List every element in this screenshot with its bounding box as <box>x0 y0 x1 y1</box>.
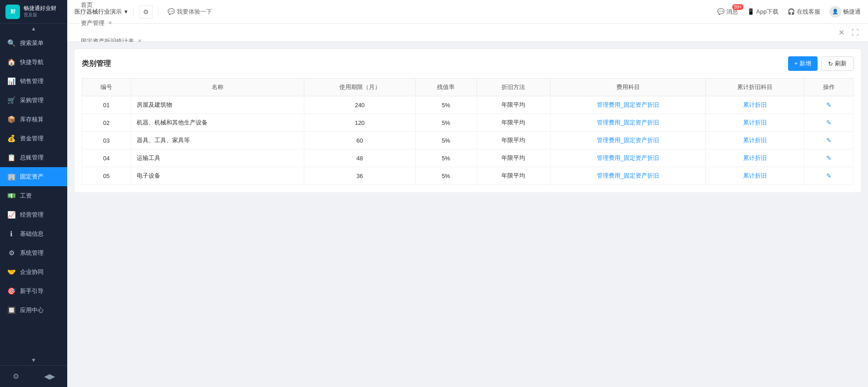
close-tab-button[interactable]: ✕ <box>837 27 846 38</box>
logo-area: 财 畅捷通好业财 普及版 <box>0 0 67 24</box>
edit-icon-0[interactable]: ✎ <box>826 101 832 109</box>
sidebar-item-label-funds: 资金管理 <box>20 134 44 143</box>
table-body: 01 房屋及建筑物 240 5% 年限平均 管理费用_固定资产折旧 累计折旧 ✎… <box>82 96 853 185</box>
tab-1[interactable]: 资产管理✕ <box>74 15 148 33</box>
sidebar-item-label-app-center: 应用中心 <box>20 306 44 314</box>
messages-icon: 💬 <box>717 8 724 15</box>
cell-action-1[interactable]: ✎ <box>804 114 853 132</box>
table-row: 02 机器、机械和其他生产设备 120 5% 年限平均 管理费用_固定资产折旧 … <box>82 114 853 132</box>
enterprise-icon: 🤝 <box>7 268 15 276</box>
edit-icon-1[interactable]: ✎ <box>826 119 832 126</box>
sidebar-item-inventory[interactable]: 📦 库存核算 <box>0 110 67 129</box>
maximize-tab-button[interactable]: ⛶ <box>850 28 861 38</box>
topbar-divider-2 <box>158 7 159 16</box>
sidebar-item-label-guide: 新手引导 <box>20 287 44 295</box>
scroll-down-button[interactable]: ▼ <box>0 355 67 365</box>
sidebar-item-label-operations: 经营管理 <box>20 211 44 219</box>
tab-label-0: 首页 <box>81 1 93 9</box>
sidebar-item-fixed-assets[interactable]: 🏢 固定资产 <box>0 167 67 186</box>
table-row: 05 电子设备 36 5% 年限平均 管理费用_固定资产折旧 累计折旧 ✎ <box>82 167 853 185</box>
nav-items-container: 🔍 搜索菜单 🏠 快捷导航 📊 销售管理 🛒 采购管理 📦 库存核算 💰 资金管… <box>0 34 67 320</box>
sidebar-item-quick-nav[interactable]: 🏠 快捷导航 <box>0 53 67 72</box>
cell-name-3: 运输工具 <box>131 149 304 167</box>
sidebar-item-basic-info[interactable]: ℹ 基础信息 <box>0 224 67 243</box>
sidebar-item-ledger[interactable]: 📋 总账管理 <box>0 148 67 167</box>
cell-residual-4: 5% <box>415 167 476 185</box>
sidebar-item-label-salary: 工资 <box>20 192 32 200</box>
fixed-assets-icon: 🏢 <box>7 173 15 181</box>
customer-service-item[interactable]: 🎧 在线客服 <box>788 8 820 16</box>
cell-method-1: 年限平均 <box>476 114 550 132</box>
app-download-item[interactable]: 📱 App下载 <box>747 8 779 16</box>
cell-expense-3: 管理费用_固定资产折旧 <box>551 149 706 167</box>
cell-action-3[interactable]: ✎ <box>804 149 853 167</box>
sidebar-item-search[interactable]: 🔍 搜索菜单 <box>0 34 67 53</box>
cell-accumulated-1: 累计折旧 <box>706 114 804 132</box>
cell-period-1: 120 <box>304 114 416 132</box>
experience-link[interactable]: 💬 我要体验一下 <box>168 8 212 16</box>
content-header: 类别管理 + 新增 ↻ 刷新 <box>82 56 853 71</box>
user-item[interactable]: 👤 畅捷通 <box>829 6 861 18</box>
sidebar-item-label-inventory: 库存核算 <box>20 115 44 124</box>
app-download-icon: 📱 <box>747 8 754 15</box>
sidebar-item-sales[interactable]: 📊 销售管理 <box>0 72 67 91</box>
search-icon: 🔍 <box>7 39 15 47</box>
edit-icon-3[interactable]: ✎ <box>826 154 832 162</box>
edit-icon-2[interactable]: ✎ <box>826 137 832 144</box>
new-button[interactable]: + 新增 <box>788 56 818 71</box>
inventory-icon: 📦 <box>7 115 15 124</box>
cell-accumulated-2: 累计折旧 <box>706 132 804 149</box>
refresh-label: 刷新 <box>835 60 847 68</box>
cell-code-2: 03 <box>82 132 131 149</box>
logo-badge: 普及版 <box>24 12 56 18</box>
sidebar-item-system[interactable]: ⚙ 系统管理 <box>0 243 67 263</box>
scroll-up-button[interactable]: ▲ <box>0 24 67 34</box>
sidebar-item-purchase[interactable]: 🛒 采购管理 <box>0 91 67 110</box>
col-header-code: 编号 <box>82 79 131 96</box>
cell-expense-2: 管理费用_固定资产折旧 <box>551 132 706 149</box>
sidebar-bottom: ⚙ ◀▶ <box>0 365 67 387</box>
refresh-button[interactable]: ↻ 刷新 <box>821 56 853 71</box>
cell-accumulated-0: 累计折旧 <box>706 96 804 114</box>
cell-action-2[interactable]: ✎ <box>804 132 853 149</box>
sidebar-item-funds[interactable]: 💰 资金管理 <box>0 129 67 148</box>
tab-label-1: 资产管理 <box>81 19 104 27</box>
cell-name-0: 房屋及建筑物 <box>131 96 304 114</box>
cell-residual-3: 5% <box>415 149 476 167</box>
sidebar-item-salary[interactable]: 💵 工资 <box>0 186 67 205</box>
cell-residual-2: 5% <box>415 132 476 149</box>
sidebar-item-app-center[interactable]: 🔲 应用中心 <box>0 301 67 320</box>
col-header-action: 操作 <box>804 79 853 96</box>
ledger-icon: 📋 <box>7 154 15 162</box>
sidebar-item-label-enterprise: 企业协同 <box>20 268 44 276</box>
table-head: 编号 名称 使用期限（月） 残值率 折旧方法 费用科目 累计折旧科目 操作 <box>82 79 853 96</box>
sidebar-item-guide[interactable]: 🎯 新手引导 <box>0 282 67 301</box>
sidebar-item-label-search: 搜索菜单 <box>20 39 44 47</box>
cell-residual-1: 5% <box>415 114 476 132</box>
cell-action-4[interactable]: ✎ <box>804 167 853 185</box>
basic-info-icon: ℹ <box>7 230 15 238</box>
cell-name-4: 电子设备 <box>131 167 304 185</box>
collapse-button[interactable]: ◀▶ <box>41 369 58 383</box>
cell-period-4: 36 <box>304 167 416 185</box>
salary-icon: 💵 <box>7 192 15 200</box>
cell-code-1: 02 <box>82 114 131 132</box>
col-header-residual: 残值率 <box>415 79 476 96</box>
messages-item[interactable]: 💬 消息 99+ <box>717 8 738 16</box>
cell-action-0[interactable]: ✎ <box>804 96 853 114</box>
table-row: 03 器具、工具、家具等 60 5% 年限平均 管理费用_固定资产折旧 累计折旧… <box>82 132 853 149</box>
settings-bottom-button[interactable]: ⚙ <box>10 369 22 383</box>
tabs-bar-right: ✕ ⛶ <box>837 27 861 38</box>
customer-service-icon: 🎧 <box>788 8 795 15</box>
tab-0[interactable]: 首页 <box>74 0 148 15</box>
cell-method-3: 年限平均 <box>476 149 550 167</box>
logo-name: 畅捷通好业财 <box>24 5 56 12</box>
sidebar-item-enterprise[interactable]: 🤝 企业协同 <box>0 263 67 282</box>
sidebar-item-operations[interactable]: 📈 经营管理 <box>0 205 67 224</box>
guide-icon: 🎯 <box>7 287 15 295</box>
tab-close-1[interactable]: ✕ <box>108 20 112 26</box>
sidebar-item-label-fixed-assets: 固定资产 <box>20 173 44 181</box>
edit-icon-4[interactable]: ✎ <box>826 172 832 179</box>
content-area: 类别管理 + 新增 ↻ 刷新 编号 名称 使用期限（月） 残值率 <box>67 42 868 387</box>
category-table: 编号 名称 使用期限（月） 残值率 折旧方法 费用科目 累计折旧科目 操作 01… <box>82 78 853 185</box>
